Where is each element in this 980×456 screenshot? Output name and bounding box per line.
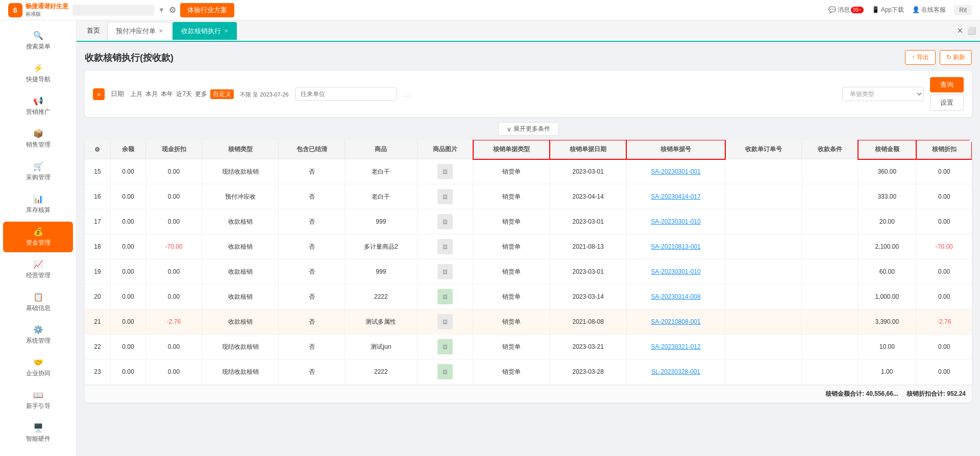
system-icon: ⚙️ [33, 325, 43, 334]
row-voucher-no[interactable]: SA-20210808-001 [626, 309, 725, 334]
date-option-7days[interactable]: 近7天 [176, 90, 192, 99]
sidebar-item-system[interactable]: ⚙️ 系统管理 [3, 320, 73, 350]
table-scroll-area[interactable]: ⚙ 余额 现金折扣 核销类型 包含已结清 商品 商品图片 核销单据类型 核销单据… [85, 140, 972, 385]
row-voucher-no[interactable]: SA-20210813-001 [626, 234, 725, 259]
date-option-custom[interactable]: 自定义 [210, 89, 234, 99]
row-id: 23 [85, 359, 110, 385]
row-id: 19 [85, 259, 110, 284]
row-receipt-order-no [725, 159, 802, 184]
row-voucher-type: 销货单 [473, 359, 550, 385]
counterparty-input[interactable] [295, 87, 397, 101]
dropdown-arrow-icon[interactable]: ▼ [158, 6, 165, 14]
tab-prepayment[interactable]: 预付冲应付单 ✕ [107, 22, 172, 40]
row-voucher-no[interactable]: SA-20230301-010 [626, 209, 725, 234]
row-voucher-type: 销货单 [473, 159, 550, 184]
row-cash-discount: 0.00 [146, 209, 202, 234]
sidebar-item-operations[interactable]: 📈 经营管理 [3, 254, 73, 285]
sidebar-item-search[interactable]: 🔍 搜索菜单 [3, 26, 73, 56]
maximize-window-icon[interactable]: ⬜ [967, 27, 976, 35]
tab-writeoff[interactable]: 收款核销执行 ✕ [173, 22, 237, 40]
row-receipt-condition [802, 359, 858, 385]
export-button[interactable]: ↑ 导出 [905, 50, 935, 65]
sidebar-item-wechat[interactable]: 💬 企业微信 [3, 450, 73, 456]
row-writeoff-type: 收款核销 [202, 309, 278, 334]
row-include-settled: 否 [279, 334, 345, 359]
row-receipt-condition [802, 284, 858, 309]
row-writeoff-discount: 0.00 [916, 359, 972, 385]
sidebar-item-purchase[interactable]: 🛒 采购管理 [3, 156, 73, 187]
row-writeoff-amount: 333.00 [858, 184, 916, 209]
tab-home[interactable]: 首页 [81, 22, 106, 39]
row-voucher-date: 2023-03-01 [550, 209, 626, 234]
row-balance: 0.00 [110, 359, 145, 385]
row-voucher-no[interactable]: SA-20230301-010 [626, 259, 725, 284]
settings-icon[interactable]: ⚙ [169, 5, 176, 15]
row-voucher-no[interactable]: SA-20230414-017 [626, 184, 725, 209]
sidebar-item-sales[interactable]: 📦 销售管理 [3, 124, 73, 154]
query-button[interactable]: 查询 [930, 77, 964, 92]
search-input[interactable] [72, 5, 154, 16]
row-balance: 0.00 [110, 209, 145, 234]
sidebar-item-inventory[interactable]: 📊 库存核算 [3, 189, 73, 220]
row-voucher-no[interactable]: SA-20230321-012 [626, 334, 725, 359]
table-row: 22 0.00 0.00 现结收款核销 否 测试jun 🖼 销货单 2023-0… [85, 334, 972, 359]
row-writeoff-amount: 2,100.00 [858, 234, 916, 259]
app-download-link[interactable]: 📱 App下载 [872, 6, 904, 14]
row-balance: 0.00 [110, 309, 145, 334]
row-balance: 0.00 [110, 234, 145, 259]
settings-button[interactable]: 设置 [930, 94, 964, 111]
solution-button[interactable]: 体验行业方案 [180, 3, 234, 17]
row-balance: 0.00 [110, 159, 145, 184]
row-receipt-condition [802, 334, 858, 359]
row-voucher-no[interactable]: SA-20230314-008 [626, 284, 725, 309]
row-receipt-order-no [725, 284, 802, 309]
product-image: 🖼 [437, 314, 453, 329]
tab-window-actions: ✕ ⬜ [957, 27, 976, 35]
row-product-image: 🖼 [417, 234, 473, 259]
table-row: 19 0.00 0.00 收款核销 否 999 🖼 销货单 2023-03-01… [85, 259, 972, 284]
date-option-this-year[interactable]: 本年 [161, 90, 173, 99]
col-receipt-condition: 收款条件 [802, 140, 858, 159]
close-tab-writeoff-icon[interactable]: ✕ [224, 28, 228, 34]
sidebar-item-basicinfo[interactable]: 📋 基础信息 [3, 287, 73, 318]
top-bar: 6 畅捷通谱好生意 标准版 ▼ ⚙ 体验行业方案 💬 消息99+ 📱 App下载… [0, 0, 980, 20]
online-service-link[interactable]: 👤 在线客服 [912, 6, 946, 14]
expand-more-button[interactable]: ∨ 展开更多条件 [498, 122, 559, 136]
voucher-type-select[interactable]: 单据类型 [842, 87, 924, 101]
expand-more-bar: ∨ 展开更多条件 [85, 122, 972, 136]
row-writeoff-amount: 10.00 [858, 334, 916, 359]
sidebar-item-enterprise[interactable]: 🤝 企业协同 [3, 352, 73, 383]
notification-area[interactable]: 💬 消息99+ [828, 6, 864, 14]
date-option-last-month[interactable]: 上月 [130, 90, 142, 99]
table-row: 18 0.00 -70.00 收款核销 否 多计量商品2 🖼 销货单 2021-… [85, 234, 972, 259]
sidebar-item-marketing[interactable]: 📢 营销推广 [3, 91, 73, 122]
row-balance: 0.00 [110, 184, 145, 209]
row-writeoff-discount: 0.00 [916, 334, 972, 359]
date-option-more[interactable]: 更多 [195, 90, 207, 99]
col-settings[interactable]: ⚙ [85, 140, 110, 159]
sidebar-item-finance[interactable]: 💰 资金管理 [3, 222, 73, 252]
row-receipt-condition [802, 209, 858, 234]
row-voucher-type: 销货单 [473, 184, 550, 209]
user-label[interactable]: Rit [954, 5, 972, 15]
row-voucher-no[interactable]: SL-20230328-001 [626, 359, 725, 385]
close-window-icon[interactable]: ✕ [957, 27, 963, 35]
notification-badge: 99+ [851, 7, 864, 13]
sidebar-item-quicknav[interactable]: ⚡ 快捷导航 [3, 58, 73, 89]
row-voucher-type: 销货单 [473, 309, 550, 334]
main-area: 首页 预付冲应付单 ✕ 收款核销执行 ✕ ✕ ⬜ 收款核销执行(按收款) [77, 20, 980, 456]
sales-icon: 📦 [33, 129, 43, 138]
close-tab-prepayment-icon[interactable]: ✕ [159, 28, 163, 34]
filter-expand-button[interactable]: » [93, 88, 105, 100]
refresh-button[interactable]: ↻ 刷新 [940, 50, 972, 65]
row-writeoff-amount: 1,000.00 [858, 284, 916, 309]
sidebar-item-hardware[interactable]: 🖥️ 智能硬件 [3, 418, 73, 448]
brand-name-text: 畅捷通谱好生意 标准版 [26, 2, 68, 18]
row-voucher-no[interactable]: SA-20230301-001 [626, 159, 725, 184]
row-cash-discount: 0.00 [146, 159, 202, 184]
sidebar-item-guide[interactable]: 📖 新手引导 [3, 385, 73, 416]
date-option-this-month[interactable]: 本月 [145, 90, 158, 99]
row-include-settled: 否 [279, 234, 345, 259]
col-voucher-no: 核销单据号 [626, 140, 725, 159]
row-id: 21 [85, 309, 110, 334]
